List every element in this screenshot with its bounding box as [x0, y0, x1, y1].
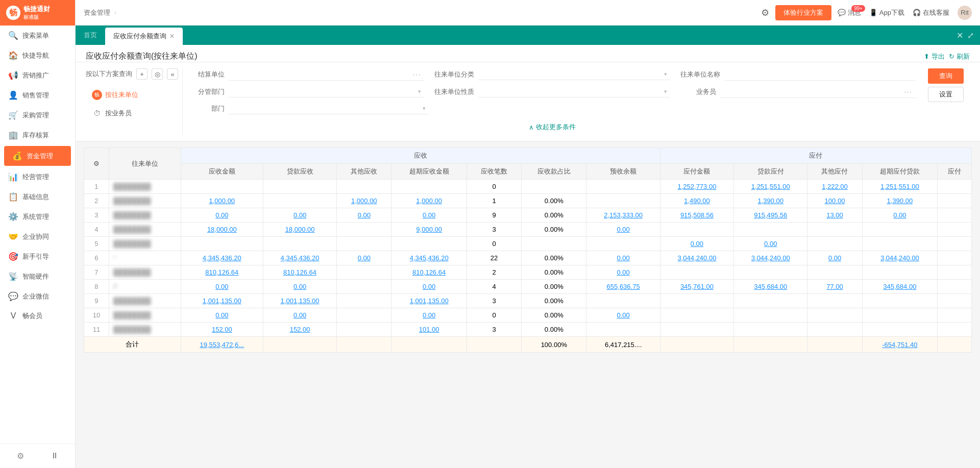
ap_overdue-cell[interactable]: 345,684.00: [862, 280, 938, 294]
ap_amount-cell[interactable]: 915,508.56: [660, 208, 733, 223]
ap_amount-cell[interactable]: 0.00: [660, 237, 733, 251]
ap_amount-cell[interactable]: 345,761.00: [660, 280, 733, 294]
ar_loan-cell[interactable]: 0.00: [263, 308, 336, 323]
service-button[interactable]: 🎧 在线客服: [913, 8, 949, 17]
add-scheme-button[interactable]: +: [136, 68, 148, 80]
ar_loan-cell[interactable]: 1,001,135.00: [263, 294, 336, 308]
sidebar-settings-button[interactable]: ⚙: [4, 448, 37, 464]
sidebar-item-search[interactable]: 🔍 搜索菜单: [0, 26, 75, 45]
ar_amount-cell[interactable]: 0.00: [181, 208, 263, 223]
sidebar-item-base[interactable]: 📋 基础信息: [0, 187, 75, 207]
window-close-icon[interactable]: ✕: [957, 31, 963, 40]
ar_prepay-cell[interactable]: 2,153,333.00: [586, 208, 660, 223]
ap_loan-cell[interactable]: 1,390.00: [734, 194, 807, 208]
ar_amount-cell[interactable]: 1,000.00: [181, 194, 263, 208]
ar_prepay-cell[interactable]: 0.00: [586, 251, 660, 265]
ap_overdue-cell[interactable]: 3,044,240.00: [862, 251, 938, 265]
ar_prepay-cell[interactable]: 0.00: [586, 308, 660, 323]
ar_overdue-cell[interactable]: 9,000.00: [391, 223, 467, 237]
nav-by-partner[interactable]: 畅 按往来单位: [86, 86, 178, 104]
sidebar-item-operations[interactable]: 📊 经营管理: [0, 167, 75, 187]
table-settings-icon[interactable]: ⚙: [84, 148, 109, 180]
ar_overdue-cell[interactable]: 101.00: [391, 323, 467, 337]
ar_amount-cell[interactable]: 152.00: [181, 323, 263, 337]
ar_overdue-cell[interactable]: 4,345,436.20: [391, 251, 467, 265]
ap_amount-cell[interactable]: 3,044,240.00: [660, 251, 733, 265]
ar_loan-cell[interactable]: 0.00: [263, 208, 336, 223]
footer-ap-overdue[interactable]: -654,751.40: [862, 337, 938, 353]
ap_overdue-cell[interactable]: 1,251,551.00: [862, 180, 938, 194]
sub-dept-select[interactable]: ▾: [229, 103, 429, 114]
ar_other-cell[interactable]: 1,000.00: [337, 194, 391, 208]
tab-ar-ap[interactable]: 应收应付余额查询 ✕: [105, 28, 183, 45]
nav-by-staff[interactable]: ⏱ 按业务员: [86, 104, 178, 122]
sidebar-item-shortcut[interactable]: 🏠 快捷导航: [0, 45, 75, 65]
partner-nature-select[interactable]: ▾: [478, 86, 670, 97]
collapse-nav-button[interactable]: «: [167, 68, 178, 80]
app-download-button[interactable]: 📱 App下载: [869, 8, 904, 17]
ar_amount-cell[interactable]: 4,345,436.20: [181, 251, 263, 265]
sidebar-item-purchase[interactable]: 🛒 采购管理: [0, 105, 75, 125]
ap_loan-cell[interactable]: 0.00: [734, 237, 807, 251]
ap_other-cell[interactable]: 13.00: [807, 208, 862, 223]
partner-name-input[interactable]: [724, 68, 916, 81]
ar_overdue-cell[interactable]: 0.00: [391, 208, 467, 223]
refresh-button[interactable]: ↻ 刷新: [949, 52, 970, 61]
sidebar-item-sales[interactable]: 👤 销售管理: [0, 85, 75, 105]
settings-button[interactable]: 设置: [928, 87, 964, 102]
topbar-settings-icon[interactable]: ⚙: [761, 7, 769, 18]
ar_overdue-cell[interactable]: 0.00: [391, 308, 467, 323]
staff-input[interactable]: ···: [720, 86, 916, 98]
ar_prepay-cell[interactable]: 655,636.75: [586, 280, 660, 294]
sidebar-item-system[interactable]: ⚙️ 系统管理: [0, 207, 75, 227]
sidebar-item-guide[interactable]: 🎯 新手引导: [0, 247, 75, 266]
tab-home[interactable]: 首页: [76, 26, 105, 45]
ar_loan-cell[interactable]: 152.00: [263, 323, 336, 337]
ar_overdue-cell[interactable]: 1,001,135.00: [391, 294, 467, 308]
sidebar-item-member[interactable]: V 畅会员: [0, 306, 75, 326]
sidebar-item-corp[interactable]: 🤝 企业协同: [0, 227, 75, 247]
ar_amount-cell[interactable]: 810,126.64: [181, 265, 263, 280]
ar_loan-cell[interactable]: 4,345,436.20: [263, 251, 336, 265]
ar_loan-cell[interactable]: 18,000.00: [263, 223, 336, 237]
sidebar-item-wechat[interactable]: 💬 企业微信: [0, 286, 75, 306]
ap_overdue-cell[interactable]: 0.00: [862, 208, 938, 223]
sidebar-item-hardware[interactable]: 📡 智能硬件: [0, 266, 75, 286]
ar_amount-cell[interactable]: 18,000.00: [181, 223, 263, 237]
dept-select[interactable]: ▾: [229, 86, 424, 97]
ar_amount-cell[interactable]: 1,001,135.00: [181, 294, 263, 308]
promo-button[interactable]: 体验行业方案: [775, 5, 831, 20]
ar_prepay-cell[interactable]: 0.00: [586, 223, 660, 237]
ar_amount-cell[interactable]: 0.00: [181, 280, 263, 294]
ar_overdue-cell[interactable]: 810,126.64: [391, 265, 467, 280]
ar_other-cell[interactable]: 0.00: [337, 208, 391, 223]
ap_loan-cell[interactable]: 345,684.00: [734, 280, 807, 294]
collapse-more-button[interactable]: ∧ 收起更多条件: [526, 119, 579, 135]
sidebar-item-finance[interactable]: 💰 资金管理: [4, 146, 71, 166]
target-icon-button[interactable]: ◎: [152, 68, 163, 80]
ar_loan-cell[interactable]: 0.00: [263, 280, 336, 294]
export-button[interactable]: ⬆ 导出: [924, 52, 945, 61]
ap_other-cell[interactable]: 77.00: [807, 280, 862, 294]
messages-button[interactable]: 💬 消息 99+: [838, 8, 861, 17]
ar_loan-cell[interactable]: 810,126.64: [263, 265, 336, 280]
ap_loan-cell[interactable]: 1,251,551.00: [734, 180, 807, 194]
ap_loan-cell[interactable]: 3,044,240.00: [734, 251, 807, 265]
ar_other-cell[interactable]: 0.00: [337, 251, 391, 265]
ap_overdue-cell[interactable]: 1,390.00: [862, 194, 938, 208]
ap_other-cell[interactable]: 0.00: [807, 251, 862, 265]
partner-category-select[interactable]: ▾: [478, 69, 670, 80]
sidebar-collapse-button[interactable]: ⏸: [39, 448, 71, 464]
ap_other-cell[interactable]: 100.00: [807, 194, 862, 208]
user-avatar[interactable]: Rit: [958, 6, 972, 20]
settlement-input[interactable]: ···: [229, 68, 424, 81]
ar_overdue-cell[interactable]: 0.00: [391, 280, 467, 294]
tab-close-icon[interactable]: ✕: [169, 33, 175, 40]
footer-ar-amount[interactable]: 19,553,472,6...: [181, 337, 263, 353]
ap_amount-cell[interactable]: 1,252,773.00: [660, 180, 733, 194]
window-expand-icon[interactable]: ⤢: [967, 31, 974, 40]
ap_other-cell[interactable]: 1,222.00: [807, 180, 862, 194]
ar_overdue-cell[interactable]: 1,000.00: [391, 194, 467, 208]
ar_prepay-cell[interactable]: 0.00: [586, 265, 660, 280]
ar_amount-cell[interactable]: 0.00: [181, 308, 263, 323]
